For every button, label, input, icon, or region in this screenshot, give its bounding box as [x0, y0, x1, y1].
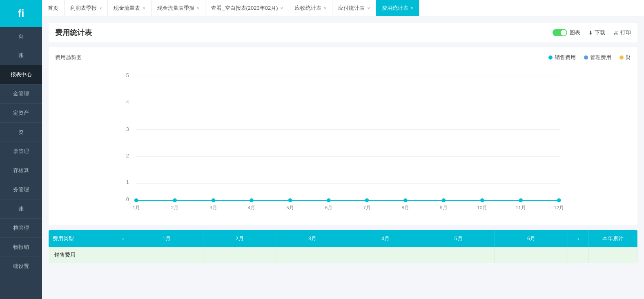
- tab-profit-close[interactable]: ×: [99, 6, 102, 11]
- svg-text:12月: 12月: [554, 205, 564, 210]
- sidebar-item-cancellation[interactable]: 畅报销: [0, 238, 42, 257]
- col-m5: 5月: [422, 230, 495, 247]
- sidebar-item-services[interactable]: 务管理: [0, 180, 42, 199]
- svg-text:3月: 3月: [209, 205, 217, 210]
- tab-bar: 首页 利润表季报 × 现金流量表 × 现金流量表季报 × 查看_空白报表(202…: [42, 0, 644, 16]
- table-row: 销售费用: [49, 247, 637, 263]
- chart-wrapper: 5 4 3 2 1 0: [55, 66, 631, 219]
- tab-payable-label: 应付统计表: [338, 4, 365, 12]
- tab-blank-report[interactable]: 查看_空白报表(2023年02月) ×: [205, 0, 289, 16]
- app-logo: fi: [0, 0, 42, 27]
- chart-toggle-switch[interactable]: 图表: [553, 29, 580, 36]
- sidebar-item-accounts[interactable]: 账: [0, 46, 42, 65]
- next-nav-arrow[interactable]: ›: [575, 235, 581, 242]
- svg-point-18: [365, 198, 369, 202]
- row-m2: [203, 247, 276, 263]
- svg-text:4: 4: [126, 100, 129, 105]
- tab-blank-report-label: 查看_空白报表(2023年02月): [211, 4, 278, 12]
- print-icon: 🖨: [613, 30, 619, 36]
- tab-receivable-close[interactable]: ×: [324, 6, 326, 11]
- tab-receivable-label: 应收统计表: [295, 4, 321, 12]
- legend-admin-label: 管理费用: [590, 54, 611, 61]
- sidebar-item-invoices[interactable]: 票管理: [0, 142, 42, 161]
- svg-point-17: [327, 198, 331, 202]
- sidebar-item-funds[interactable]: 金管理: [0, 84, 42, 104]
- svg-text:11月: 11月: [516, 205, 526, 210]
- tab-expense[interactable]: 费用统计表 ×: [376, 0, 419, 16]
- svg-point-21: [480, 198, 484, 202]
- chart-title: 费用趋势图: [55, 54, 82, 61]
- svg-point-19: [403, 198, 408, 202]
- tab-receivable[interactable]: 应收统计表 ×: [289, 0, 332, 16]
- tab-cashflow-close[interactable]: ×: [143, 6, 145, 11]
- sidebar-item-inventory[interactable]: 存核算: [0, 161, 42, 180]
- sidebar-item-reports[interactable]: 报表中心: [0, 65, 42, 84]
- svg-text:1月: 1月: [132, 205, 140, 210]
- svg-text:1: 1: [126, 179, 129, 185]
- tab-blank-report-close[interactable]: ×: [281, 6, 283, 11]
- svg-point-15: [250, 198, 254, 202]
- svg-text:5月: 5月: [286, 205, 294, 210]
- chart-section: 费用趋势图 销售费用 管理费用 财: [49, 47, 637, 225]
- col-m6: 6月: [495, 230, 568, 247]
- row-ytd: [588, 247, 637, 263]
- download-button[interactable]: ⬇ 下载: [588, 29, 605, 36]
- svg-point-22: [519, 198, 523, 202]
- svg-text:4月: 4月: [248, 205, 256, 210]
- legend-sales: 销售费用: [548, 54, 576, 61]
- sidebar-item-capital[interactable]: 资: [0, 123, 42, 142]
- col-nav[interactable]: ›: [568, 230, 588, 247]
- svg-text:8月: 8月: [402, 205, 410, 210]
- page-header: 费用统计表 图表 ⬇ 下载 🖨 打印: [49, 23, 637, 42]
- svg-text:5: 5: [126, 73, 129, 78]
- tab-expense-label: 费用统计表: [382, 4, 408, 12]
- col-type: 费用类型 ‹: [49, 230, 130, 247]
- toggle-thumb: [561, 30, 566, 35]
- sidebar-item-payables[interactable]: 账: [0, 199, 42, 219]
- tab-cashflow-label: 现金流量表: [114, 4, 140, 12]
- sidebar-item-settings[interactable]: 础设置: [0, 257, 42, 276]
- tab-cashflow-q-close[interactable]: ×: [197, 6, 199, 11]
- tab-cashflow[interactable]: 现金流量表 ×: [108, 0, 151, 16]
- svg-text:7月: 7月: [363, 205, 371, 210]
- sidebar-item-home[interactable]: 页: [0, 27, 42, 46]
- print-button[interactable]: 🖨 打印: [613, 29, 631, 36]
- svg-text:10月: 10月: [477, 205, 487, 210]
- svg-point-13: [173, 198, 177, 202]
- svg-point-20: [441, 198, 446, 202]
- col-m2: 2月: [203, 230, 276, 247]
- col-ytd: 本年累计: [588, 230, 637, 247]
- content-area: 费用统计表 图表 ⬇ 下载 🖨 打印: [42, 16, 644, 299]
- svg-point-14: [212, 198, 216, 202]
- tab-payable-close[interactable]: ×: [367, 6, 370, 11]
- print-label: 打印: [620, 29, 631, 36]
- table-header: 费用类型 ‹ 1月 2月 3月 4月 5月: [49, 230, 637, 247]
- main-area: 首页 利润表季报 × 现金流量表 × 现金流量表季报 × 查看_空白报表(202…: [42, 0, 644, 299]
- tab-profit-label: 利润表季报: [70, 4, 97, 12]
- prev-nav-arrow[interactable]: ‹: [120, 235, 126, 242]
- tab-profit[interactable]: 利润表季报 ×: [65, 0, 108, 16]
- svg-text:2: 2: [126, 153, 129, 159]
- tab-home[interactable]: 首页: [42, 0, 65, 16]
- row-m4: [349, 247, 422, 263]
- svg-text:0: 0: [126, 197, 129, 202]
- svg-point-12: [134, 198, 138, 202]
- svg-point-23: [557, 198, 561, 202]
- col-m3: 3月: [276, 230, 349, 247]
- svg-text:3: 3: [126, 126, 129, 132]
- tab-expense-close[interactable]: ×: [411, 6, 413, 11]
- chart-legend: 销售费用 管理费用 财: [548, 54, 631, 61]
- tab-cashflow-q[interactable]: 现金流量表季报 ×: [152, 0, 205, 16]
- tab-payable[interactable]: 应付统计表 ×: [332, 0, 376, 16]
- row-m3: [276, 247, 349, 263]
- chart-header: 费用趋势图 销售费用 管理费用 财: [55, 54, 631, 61]
- row-type: 销售费用: [49, 247, 130, 263]
- tab-cashflow-q-label: 现金流量表季报: [157, 4, 194, 12]
- row-m6: [495, 247, 568, 263]
- col-type-label: 费用类型: [53, 235, 74, 242]
- sidebar-item-archives[interactable]: 档管理: [0, 219, 42, 238]
- sidebar-item-assets[interactable]: 定资产: [0, 104, 42, 123]
- trend-chart: 5 4 3 2 1 0: [55, 66, 631, 217]
- svg-point-16: [288, 198, 292, 202]
- toggle-track[interactable]: [553, 29, 567, 36]
